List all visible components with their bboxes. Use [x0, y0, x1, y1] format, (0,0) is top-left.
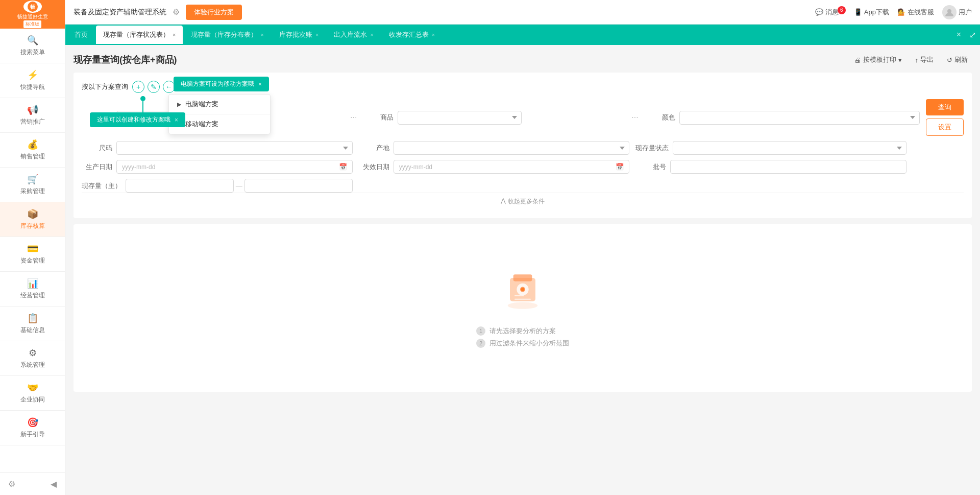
range-dash: —: [236, 182, 242, 190]
sidebar-item-finance[interactable]: 💳 资金管理: [0, 237, 65, 272]
footer-settings-icon[interactable]: ⚙: [8, 479, 15, 489]
system-title: 装备及固定资产辅助管理系统: [74, 8, 166, 17]
basic-icon: 📋: [27, 313, 38, 324]
messages-btn[interactable]: 💬 消息 6: [815, 8, 846, 17]
topbar-settings-icon[interactable]: ⚙: [173, 7, 180, 17]
batch-label: 批号: [635, 162, 666, 172]
sidebar-item-collab[interactable]: 🤝 企业协同: [0, 376, 65, 411]
sidebar-item-sales[interactable]: 💰 销售管理: [0, 133, 65, 168]
footer-collapse-icon[interactable]: ◀: [51, 479, 57, 489]
tab-summary[interactable]: 收发存汇总表 ×: [382, 26, 442, 44]
batch-input[interactable]: [670, 160, 906, 174]
color-select[interactable]: [679, 111, 920, 125]
stock-main-to[interactable]: [244, 179, 353, 193]
scheme-tooltip: 电脑方案可设为移动方案哦 ×: [174, 77, 269, 91]
hint-num-2: 2: [476, 339, 485, 348]
scheme-tooltip-close[interactable]: ×: [258, 81, 262, 88]
sidebar-item-basic[interactable]: 📋 基础信息: [0, 307, 65, 341]
edit-tooltip: 这里可以创建和修改方案哦 ×: [90, 112, 185, 127]
scheme-pc[interactable]: ▶ 电脑端方案: [169, 95, 270, 114]
tab-close-inout[interactable]: ×: [370, 32, 373, 38]
sidebar-item-stock[interactable]: 📦 库存核算: [0, 202, 65, 237]
sidebar: 畅 畅捷通好生意 标准版 🔍 搜索菜单 ⚡ 快捷导航 📢 营销推广 💰 销售管理…: [0, 0, 65, 495]
filter-area: 按以下方案查询 + ✎ ← 电脑方案可设为移动方案哦: [74, 73, 972, 218]
message-badge: 6: [838, 6, 846, 14]
svg-point-3: [508, 302, 537, 309]
logo-text: 畅捷通好生意: [17, 14, 48, 20]
search-icon: 🔍: [27, 35, 38, 46]
produce-date-placeholder: yyyy-mm-dd: [122, 163, 155, 171]
filter-label: 按以下方案查询: [82, 82, 128, 91]
reset-btn[interactable]: 设置: [926, 119, 964, 136]
tab-stock-dist[interactable]: 现存量（库存分布表） ×: [184, 26, 271, 44]
tab-close-summary[interactable]: ×: [432, 32, 435, 38]
add-icon: +: [136, 83, 140, 91]
tabbar-right: × ⤢: [954, 28, 978, 42]
logo-icon: 畅: [23, 1, 42, 13]
product-dots: ···: [526, 113, 639, 122]
page-header: 现存量查询(按仓库+商品) 🖨 按模板打印 ▾ ↑ 导出 ↺ 刷新: [74, 53, 972, 66]
query-btn[interactable]: 查询: [926, 99, 964, 115]
sidebar-item-guide[interactable]: 🎯 新手引导: [0, 411, 65, 445]
tab-home[interactable]: 首页: [67, 26, 95, 44]
tab-batch[interactable]: 库存批次账 ×: [272, 26, 326, 44]
edit-tooltip-close[interactable]: ×: [175, 116, 178, 124]
sidebar-item-purchase[interactable]: 🛒 采购管理: [0, 168, 65, 202]
experience-btn[interactable]: 体验行业方案: [186, 5, 242, 20]
content: 现存量查询(按仓库+商品) 🖨 按模板打印 ▾ ↑ 导出 ↺ 刷新: [65, 45, 980, 495]
filter-cell-color: 颜色: [645, 111, 920, 125]
sidebar-item-marketing[interactable]: 📢 营销推广: [0, 98, 65, 133]
tab-inout[interactable]: 出入库流水 ×: [327, 26, 380, 44]
expire-date-input[interactable]: yyyy-mm-dd 📅: [394, 160, 630, 174]
tab-close-stock-status[interactable]: ×: [173, 32, 176, 38]
stock-main-from[interactable]: [126, 179, 234, 193]
size-label: 尺码: [82, 144, 112, 153]
collapse-bar[interactable]: ⋀ 收起更多条件: [82, 193, 964, 210]
filter-row-2: 尺码 产地 现存量状态: [82, 141, 964, 155]
logo-badge: 标准版: [23, 20, 41, 28]
refresh-btn[interactable]: ↺ 刷新: [943, 53, 972, 66]
tab-close-stock-dist[interactable]: ×: [260, 32, 263, 38]
main-area: 装备及固定资产辅助管理系统 ⚙ 体验行业方案 💬 消息 6 📱 App下载 💁 …: [65, 0, 980, 495]
app-download-btn[interactable]: 📱 App下载: [854, 8, 889, 17]
fullscreen-icon[interactable]: ⤢: [967, 28, 978, 42]
pc-arrow-icon: ▶: [177, 101, 181, 108]
hint-1: 1 请先选择要分析的方案: [476, 326, 569, 336]
hint-num-1: 1: [476, 326, 485, 336]
guide-icon: 🎯: [27, 417, 38, 428]
stock-status-select[interactable]: [673, 141, 906, 155]
service-icon: 💁: [897, 8, 905, 16]
add-scheme-btn[interactable]: +: [132, 81, 144, 93]
hint-2: 2 用过滤条件来缩小分析范围: [476, 339, 569, 348]
sidebar-item-management[interactable]: 📊 经营管理: [0, 272, 65, 307]
print-dropdown-icon: ▾: [898, 56, 902, 64]
color-label: 颜色: [645, 113, 675, 122]
svg-text:畅: 畅: [30, 4, 35, 10]
topbar-right: 💬 消息 6 📱 App下载 💁 在线客服 用户: [815, 5, 972, 19]
edit-scheme-btn[interactable]: ✎: [148, 81, 160, 93]
filter-cell-stock-main: 现存量（主） —: [82, 179, 353, 193]
product-select[interactable]: [398, 111, 522, 125]
edit-icon: ✎: [151, 83, 157, 91]
empty-illustration: [497, 265, 548, 316]
filter-header: 按以下方案查询 + ✎ ← 电脑方案可设为移动方案哦: [82, 81, 964, 93]
product-label: 商品: [363, 113, 394, 122]
user-menu[interactable]: 用户: [942, 5, 972, 19]
nav-icon: ⚡: [27, 69, 38, 81]
query-actions: 查询 设置: [926, 99, 964, 136]
phone-icon: 📱: [854, 8, 862, 16]
message-icon: 💬: [815, 8, 823, 16]
print-btn[interactable]: 🖨 按模板打印 ▾: [850, 53, 906, 66]
sidebar-item-system[interactable]: ⚙ 系统管理: [0, 341, 65, 376]
size-select[interactable]: [116, 141, 353, 155]
tab-close-batch[interactable]: ×: [315, 32, 318, 38]
online-service-btn[interactable]: 💁 在线客服: [897, 8, 934, 17]
origin-select[interactable]: [394, 141, 630, 155]
tab-stock-status[interactable]: 现存量（库存状况表） ×: [96, 26, 183, 44]
sidebar-item-search[interactable]: 🔍 搜索菜单: [0, 29, 65, 63]
produce-date-input[interactable]: yyyy-mm-dd 📅: [116, 160, 353, 174]
close-all-icon[interactable]: ×: [954, 28, 963, 41]
export-icon: ↑: [915, 56, 919, 64]
sidebar-item-nav[interactable]: ⚡ 快捷导航: [0, 63, 65, 98]
export-btn[interactable]: ↑ 导出: [911, 53, 938, 66]
